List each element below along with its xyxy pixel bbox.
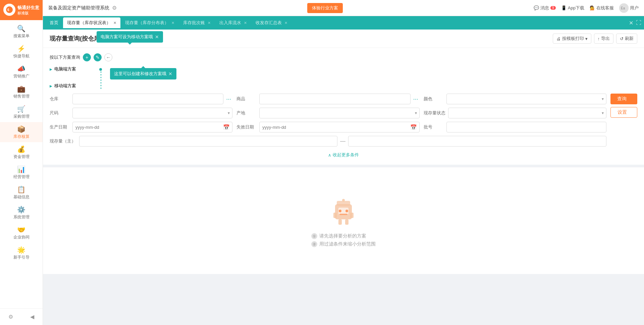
warehouse-more-icon[interactable]: ···: [225, 96, 232, 103]
popover2-close-icon[interactable]: ✕: [168, 71, 172, 76]
sidebar-item-purchase[interactable]: 🛒 采购管理: [0, 102, 43, 122]
sidebar-item-quicknav[interactable]: ⚡ 快捷导航: [0, 42, 43, 62]
svg-point-7: [345, 210, 348, 212]
sidebar-item-finance[interactable]: 💰 资金管理: [0, 142, 43, 162]
empty-state: ① 请先选择要分析的方案 ② 用过滤条件来缩小分析范围: [43, 167, 644, 274]
filter-field-exp-date: 失效日期 📅: [236, 122, 419, 132]
app-download-button[interactable]: 📱 App下载: [561, 5, 584, 11]
sidebar-item-label: 搜索菜单: [13, 33, 30, 39]
sidebar-nav: 🔍 搜索菜单 ⚡ 快捷导航 📣 营销推广 💼 销售管理 🛒 采购管理 📦 库存核…: [0, 20, 43, 308]
filter-field-size: 尺码 ▾: [50, 108, 232, 118]
stock-qty-to-input[interactable]: [348, 136, 606, 147]
prod-date-from-input[interactable]: [72, 122, 232, 132]
reset-button[interactable]: 设置: [610, 107, 637, 118]
sidebar-collapse-btn[interactable]: ◀: [30, 314, 34, 320]
sidebar: 6 畅通好生意 标准版 🔍 搜索菜单 ⚡ 快捷导航 📣 营销推广 💼 销售管理 …: [0, 0, 43, 325]
filter-row-1: 仓库 ··· 商品 ···: [50, 94, 606, 104]
page-actions: 🖨 按模板打印 ▾ ↑ 导出 ↺ 刷新: [553, 34, 638, 44]
filter-content: 仓库 ··· 商品 ···: [50, 94, 637, 149]
product-input[interactable]: [259, 94, 410, 104]
tab-close-icon[interactable]: ✕: [244, 21, 247, 25]
stock-status-label: 现存量状态: [424, 110, 445, 116]
add-filter-btn[interactable]: +: [83, 53, 91, 61]
tree-item-mobile[interactable]: ▶ 移动端方案: [50, 82, 637, 90]
print-button[interactable]: 🖨 按模板打印 ▾: [553, 34, 591, 44]
sidebar-item-basic-info[interactable]: 📋 基础信息: [0, 182, 43, 203]
stock-qty-label: 现存量（主）: [50, 138, 76, 144]
stock-qty-from-input[interactable]: [79, 136, 337, 147]
tab-inventory-dist[interactable]: 现存量（库存分布表） ✕: [121, 17, 178, 28]
export-icon: ↑: [598, 36, 600, 41]
exp-date-label: 失效日期: [236, 124, 257, 130]
collapse-bar[interactable]: ∧ 收起更多条件: [50, 149, 637, 159]
tab-close-icon[interactable]: ✕: [113, 21, 116, 25]
online-service-button[interactable]: 💁 在线客服: [590, 5, 614, 11]
topbar-left: 装备及固定资产辅助管理系统 ⚙: [48, 5, 117, 11]
tab-inventory-dist-label: 现存量（库存分布表）: [125, 20, 169, 26]
refresh-button[interactable]: ↺ 刷新: [616, 34, 637, 44]
sidebar-item-collab[interactable]: 🤝 企业协同: [0, 223, 43, 243]
tab-inventory-status-label: 现存量（库存状况表）: [67, 20, 111, 26]
svg-rect-8: [339, 214, 347, 215]
product-label: 商品: [236, 96, 257, 102]
sales-icon: 💼: [17, 85, 25, 93]
sidebar-item-operations[interactable]: 📊 经营管理: [0, 162, 43, 182]
svg-rect-9: [333, 213, 337, 218]
warehouse-input[interactable]: [72, 94, 223, 104]
tab-summary[interactable]: 收发存汇总表 ✕: [252, 17, 291, 28]
size-select[interactable]: [72, 108, 232, 118]
sidebar-item-label: 营销推广: [13, 73, 30, 79]
user-avatar: Ea: [619, 3, 629, 13]
popover-close-icon[interactable]: ✕: [155, 34, 159, 40]
empty-hint-text-2: 用过滤条件来缩小分析范围: [319, 241, 376, 247]
tab-close-icon[interactable]: ✕: [208, 21, 211, 25]
back-filter-btn[interactable]: ←: [104, 53, 112, 61]
industry-plan-button[interactable]: 体验行业方案: [307, 3, 343, 13]
product-more-icon[interactable]: ···: [412, 96, 420, 103]
popover2-text: 这里可以创建和修改方案哦: [114, 71, 166, 77]
edit-filter-btn[interactable]: ✎: [94, 53, 102, 61]
tab-inout-flow[interactable]: 出入库流水 ✕: [215, 17, 251, 28]
phone-icon: 📱: [561, 5, 567, 10]
origin-select[interactable]: [259, 108, 419, 118]
batch-input[interactable]: [446, 122, 606, 132]
export-label: 导出: [601, 36, 610, 42]
basicinfo-icon: 📋: [17, 185, 25, 194]
svg-rect-13: [337, 201, 350, 206]
messages-button[interactable]: 💬 消息 9: [534, 5, 556, 11]
exp-date-from-input[interactable]: [259, 122, 419, 132]
tab-home[interactable]: 首页: [46, 17, 62, 28]
tree-item-mobile-label: 移动端方案: [54, 83, 76, 89]
sidebar-item-inventory[interactable]: 📦 库存核算: [0, 122, 43, 142]
collab-icon: 🤝: [17, 226, 25, 234]
filter-section: 按以下方案查询 + ✎ ← 电脑方案可设为移动方案哦 ✕ 这里可以创建和修改方案…: [43, 48, 644, 165]
sidebar-settings-btn[interactable]: ⚙: [8, 314, 13, 320]
collapse-text: 收起更多条件: [333, 152, 359, 158]
export-button[interactable]: ↑ 导出: [594, 34, 614, 44]
tab-close-icon[interactable]: ✕: [284, 21, 287, 25]
filter-field-prod-date: 生产日期 📅: [50, 122, 232, 132]
warehouse-label: 仓库: [50, 96, 70, 102]
tab-batch-account[interactable]: 库存批次账 ✕: [179, 17, 215, 28]
tab-inventory-status[interactable]: 现存量（库存状况表） ✕: [63, 17, 120, 28]
sidebar-item-sales[interactable]: 💼 销售管理: [0, 82, 43, 102]
operations-icon: 📊: [17, 165, 25, 173]
user-profile-button[interactable]: Ea 用户: [619, 3, 639, 13]
stock-status-select[interactable]: [448, 108, 606, 118]
color-select[interactable]: [446, 94, 606, 104]
tab-home-label: 首页: [50, 20, 58, 26]
search-menu-icon: 🔍: [17, 24, 25, 33]
newbie-icon: 🌟: [17, 246, 25, 254]
tabs-close-all-icon[interactable]: ✕: [629, 20, 633, 26]
prod-date-label: 生产日期: [50, 124, 70, 130]
settings-icon[interactable]: ⚙: [112, 5, 117, 11]
search-button[interactable]: 查询: [610, 94, 637, 104]
sidebar-item-newbie[interactable]: 🌟 新手引导: [0, 243, 43, 263]
online-service-label: 在线客服: [596, 5, 614, 11]
empty-illustration: [327, 194, 360, 228]
tab-close-icon[interactable]: ✕: [171, 21, 174, 25]
sidebar-item-marketing[interactable]: 📣 营销推广: [0, 62, 43, 82]
sidebar-item-system[interactable]: ⚙️ 系统管理: [0, 203, 43, 223]
tabs-fullscreen-icon[interactable]: ⛶: [636, 20, 641, 26]
sidebar-item-search[interactable]: 🔍 搜索菜单: [0, 21, 43, 42]
